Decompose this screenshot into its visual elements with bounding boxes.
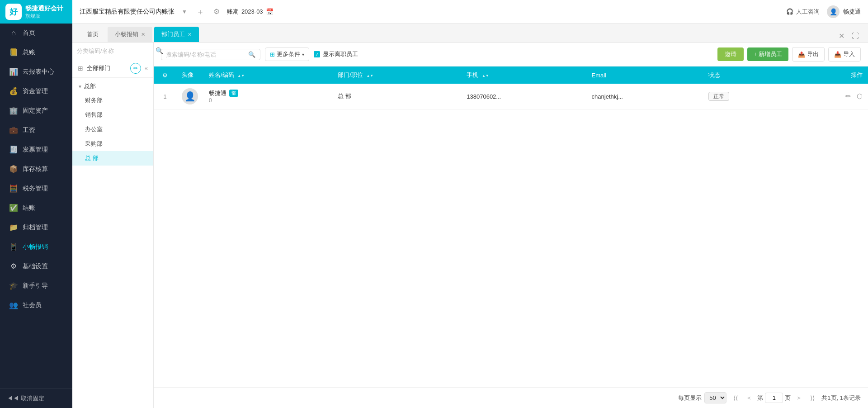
- page-input[interactable]: [765, 393, 783, 403]
- sidebar-item-salary[interactable]: 💼 工资: [0, 120, 72, 140]
- row-phone: 138070602...: [461, 84, 586, 109]
- sidebar-item-assets[interactable]: 🏢 固定资产: [0, 101, 72, 120]
- sidebar-item-expense[interactable]: 📱 小畅报销: [0, 237, 72, 256]
- close-window-icon[interactable]: ✕: [837, 30, 846, 42]
- th-settings[interactable]: ⚙: [154, 66, 176, 84]
- show-resigned-checkbox[interactable]: ✓: [314, 51, 320, 57]
- archive-icon: 📁: [9, 223, 18, 232]
- member-icon: 👥: [9, 301, 18, 309]
- next-page-btn[interactable]: ＞: [793, 393, 805, 403]
- action-cell: ✏ ⬡: [796, 92, 863, 100]
- dept-collapse-btn[interactable]: «: [145, 65, 148, 71]
- add-employee-btn[interactable]: + 新增员工: [747, 47, 788, 61]
- employee-table-container: ⚙ 头像 姓名/编码 ▲▼ 部门/职位 ▲▼: [154, 66, 868, 387]
- table-row: 1 👤 畅捷通 部 0: [154, 84, 868, 109]
- dept-item-office[interactable]: 办公室: [72, 122, 153, 137]
- th-action: 操作: [790, 66, 868, 84]
- import-icon: 📥: [834, 51, 841, 58]
- sidebar-item-label: 工资: [23, 126, 35, 134]
- pagination: ⟨⟨ ＜ 第 页 ＞ ⟩⟩: [730, 393, 818, 403]
- dept-sidebar: 🔍 ⊞ 全部部门 ✏ « ▼ 总部 财务部 销售部: [72, 43, 154, 408]
- sidebar-item-tax[interactable]: 🧮 税务管理: [0, 179, 72, 198]
- invite-btn[interactable]: 邀请: [717, 47, 744, 61]
- dept-item-sales[interactable]: 销售部: [72, 108, 153, 122]
- sidebar-item-member[interactable]: 👥 社会员: [0, 295, 72, 315]
- calendar-icon[interactable]: 📅: [266, 8, 274, 15]
- logo-subtitle: 旗舰版: [25, 13, 63, 19]
- settings-icon: ⚙: [9, 262, 18, 270]
- human-service-btn[interactable]: 🎧 人工咨询: [786, 8, 820, 16]
- sidebar-item-ledger[interactable]: 📒 总账: [0, 43, 72, 62]
- import-btn[interactable]: 📥 导入: [828, 47, 861, 62]
- employee-search-icon[interactable]: 🔍: [248, 51, 255, 58]
- tab-expense-close-icon[interactable]: ✕: [141, 32, 145, 38]
- sidebar-item-archive[interactable]: 📁 归档管理: [0, 218, 72, 237]
- dept-item-purchase[interactable]: 采购部: [72, 137, 153, 151]
- ledger-icon: 📒: [9, 48, 18, 57]
- prev-page-btn[interactable]: ＜: [743, 393, 755, 403]
- first-page-btn[interactable]: ⟨⟨: [730, 393, 741, 403]
- topbar-right: 🎧 人工咨询 👤 畅捷通: [786, 5, 861, 18]
- edit-icon[interactable]: ✏: [845, 92, 851, 100]
- tab-home[interactable]: 首页: [80, 27, 106, 42]
- sidebar-item-funds[interactable]: 💰 资金管理: [0, 81, 72, 101]
- topbar-settings-icon[interactable]: ⚙: [213, 7, 220, 16]
- cancel-fixed-btn[interactable]: ◀◀ 取消固定: [7, 394, 65, 403]
- assets-icon: 🏢: [9, 106, 18, 115]
- tab-dept-close-icon[interactable]: ✕: [188, 32, 192, 38]
- add-tab-btn[interactable]: ＋: [194, 5, 206, 19]
- sidebar-item-settings[interactable]: ⚙ 基础设置: [0, 256, 72, 276]
- th-dept[interactable]: 部门/职位 ▲▼: [332, 66, 461, 84]
- reports-icon: 📊: [9, 67, 18, 76]
- show-resigned-label: 显示离职员工: [323, 50, 358, 58]
- export-btn[interactable]: 📤 导出: [792, 47, 825, 62]
- sidebar-item-invoice[interactable]: 🧾 发票管理: [0, 140, 72, 159]
- dept-item-finance[interactable]: 财务部: [72, 93, 153, 108]
- dept-edit-btn[interactable]: ✏: [130, 63, 141, 74]
- row-status: 正常: [703, 84, 791, 109]
- user-info[interactable]: 👤 畅捷通: [827, 5, 861, 18]
- per-page-select[interactable]: 50: [704, 392, 726, 403]
- tab-dept-employee[interactable]: 部门员工 ✕: [154, 27, 199, 42]
- export-label: 导出: [807, 50, 819, 58]
- tab-home-label: 首页: [87, 30, 99, 38]
- last-page-btn[interactable]: ⟩⟩: [807, 393, 818, 403]
- th-name[interactable]: 姓名/编码 ▲▼: [203, 66, 332, 84]
- employee-search-input[interactable]: [166, 51, 245, 58]
- logout-icon[interactable]: ⬡: [857, 92, 863, 100]
- add-employee-label: + 新增员工: [754, 50, 782, 58]
- sidebar-item-label: 云报表中心: [23, 68, 54, 76]
- dept-item-label: 财务部: [85, 97, 103, 104]
- sidebar-item-guide[interactable]: 🎓 新手引导: [0, 276, 72, 295]
- funds-icon: 💰: [9, 87, 18, 95]
- filter-btn[interactable]: ⊞ 更多条件 ▾: [265, 47, 309, 61]
- row-avatar: 👤: [176, 84, 203, 109]
- per-page-label: 每页显示: [678, 394, 702, 402]
- expand-window-icon[interactable]: ⛶: [850, 30, 861, 42]
- sidebar-menu: ⌂ 首页 📒 总账 📊 云报表中心 💰 资金管理 🏢 固定资产 💼 工资 🧾 发…: [0, 24, 72, 389]
- dept-item-general[interactable]: 总 部: [72, 151, 153, 166]
- dept-item-label: 总 部: [85, 155, 99, 161]
- avatar-person-icon: 👤: [184, 91, 196, 102]
- dept-search-input[interactable]: [77, 47, 153, 54]
- sidebar-item-checkout[interactable]: ✅ 结账: [0, 198, 72, 218]
- employee-table: ⚙ 头像 姓名/编码 ▲▼ 部门/职位 ▲▼: [154, 66, 868, 109]
- dept-item-label: 销售部: [85, 111, 103, 118]
- toolbar-right: 邀请 + 新增员工 📤 导出 📥 导入: [717, 47, 861, 62]
- topbar: 江西服宝精品有限责任公司内账张 ▼ ＋ ⚙ 账期 2023-03 📅 🎧 人工咨…: [72, 0, 868, 24]
- tab-expense[interactable]: 小畅报销 ✕: [108, 27, 152, 42]
- sidebar-item-label: 总账: [23, 48, 35, 57]
- filter-chevron-icon: ▾: [302, 52, 304, 57]
- company-dropdown-icon[interactable]: ▼: [182, 9, 187, 15]
- tabs: 首页 小畅报销 ✕ 部门员工 ✕ ✕ ⛶: [72, 24, 868, 43]
- sidebar-item-label: 结账: [23, 204, 35, 212]
- sidebar-item-home[interactable]: ⌂ 首页: [0, 24, 72, 43]
- dept-tree: ▼ 总部 财务部 销售部 办公室 采购部 总 部: [72, 78, 153, 408]
- user-avatar: 👤: [827, 5, 840, 18]
- dept-item-label: 办公室: [85, 126, 103, 133]
- dept-header-label: 全部部门: [87, 64, 127, 72]
- th-phone[interactable]: 手机 ▲▼: [461, 66, 586, 84]
- dept-item-label: 采购部: [85, 140, 103, 147]
- sidebar-item-reports[interactable]: 📊 云报表中心: [0, 62, 72, 81]
- sidebar-item-inventory[interactable]: 📦 库存核算: [0, 159, 72, 179]
